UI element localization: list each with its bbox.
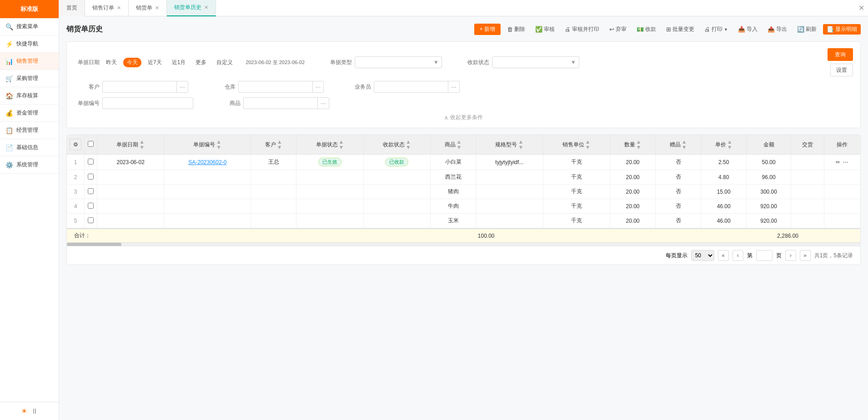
date-tag-yesterday[interactable]: 昨天 <box>102 58 120 67</box>
date-tag-today[interactable]: 今天 <box>123 58 141 67</box>
filter-customer-dots[interactable]: ··· <box>176 81 188 92</box>
delete-button[interactable]: 🗑 删除 <box>503 24 529 35</box>
col-pay-status[interactable]: 收款状态 ▲▼ <box>363 135 430 155</box>
sidebar-item-search-menu[interactable]: 🔍 搜索菜单 <box>0 18 59 35</box>
cell-docno[interactable]: SA-20230602-0 <box>164 155 251 170</box>
col-date[interactable]: 单据日期 ▲▼ <box>97 135 164 155</box>
row-checkbox[interactable] <box>88 174 94 180</box>
collapse-button[interactable]: ∧ 收起更多条件 <box>74 114 853 121</box>
page-number-input[interactable]: 1 <box>756 250 773 261</box>
sidebar-item-inventory[interactable]: 🏠 库存核算 <box>0 87 59 105</box>
query-button[interactable]: 查询 <box>828 48 853 61</box>
sort-qty[interactable]: 数量 ▲▼ <box>624 139 642 150</box>
settings-gear-icon[interactable]: ⚙ <box>70 139 81 150</box>
collect-button[interactable]: 💵 收款 <box>633 24 660 35</box>
sidebar-item-finance-mgmt[interactable]: 💰 资金管理 <box>0 105 59 122</box>
print-button[interactable]: 🖨 打印 ▼ <box>701 24 732 35</box>
abandon-button[interactable]: ↩ 弃审 <box>606 24 630 35</box>
filter-staff-input[interactable] <box>374 82 448 91</box>
select-all-checkbox[interactable] <box>88 141 94 147</box>
table-scrollbar[interactable] <box>67 242 860 246</box>
page-next-button[interactable]: › <box>785 250 796 261</box>
cell-docno[interactable] <box>164 170 251 185</box>
sort-unit[interactable]: 销售单位 ▲▼ <box>562 139 591 150</box>
sidebar-bottom-icon1[interactable]: ☀ <box>21 407 27 415</box>
filter-warehouse-dots[interactable]: ··· <box>312 81 324 92</box>
refresh-button[interactable]: 🔄 刷新 <box>793 24 820 35</box>
export-button[interactable]: 📤 导出 <box>764 24 791 35</box>
col-gift[interactable]: 赠品 ▲▼ <box>656 135 701 155</box>
filter-pay-status-dropdown-icon[interactable]: ▼ <box>568 59 579 65</box>
page-first-button[interactable]: « <box>718 250 729 261</box>
filter-warehouse-input[interactable] <box>239 82 312 91</box>
col-customer[interactable]: 客户 ▲▼ <box>251 135 296 155</box>
sort-customer[interactable]: 客户 ▲▼ <box>265 139 282 150</box>
sort-spec[interactable]: 规格型号 ▲▼ <box>495 139 523 150</box>
sidebar-item-basic-info[interactable]: 📄 基础信息 <box>0 139 59 156</box>
tab-sales-delivery-close[interactable]: ✕ <box>155 5 159 11</box>
batch-change-button[interactable]: ⊞ 批量变更 <box>662 24 698 35</box>
sort-price[interactable]: 单价 ▲▼ <box>715 139 733 150</box>
col-settings[interactable]: ⚙ <box>67 135 85 155</box>
cell-checkbox[interactable] <box>85 185 97 199</box>
date-tag-more[interactable]: 更多 <box>192 58 210 67</box>
cell-checkbox[interactable] <box>85 170 97 185</box>
date-tag-7days[interactable]: 近7天 <box>144 58 166 67</box>
col-goods[interactable]: 商品 ▲▼ <box>430 135 476 155</box>
col-price[interactable]: 单价 ▲▼ <box>701 135 747 155</box>
sidebar-item-ops-mgmt[interactable]: 📋 经营管理 <box>0 122 59 139</box>
row-checkbox[interactable] <box>88 188 94 194</box>
cell-docno[interactable] <box>164 185 251 199</box>
sort-goods[interactable]: 商品 ▲▼ <box>445 139 462 150</box>
page-prev-button[interactable]: ‹ <box>733 250 743 261</box>
sidebar-item-sys-mgmt[interactable]: ⚙️ 系统管理 <box>0 156 59 174</box>
tab-sales-delivery[interactable]: 销货单 ✕ <box>129 0 167 16</box>
col-qty[interactable]: 数量 ▲▼ <box>610 135 655 155</box>
row-checkbox[interactable] <box>88 159 94 165</box>
sort-doc-status[interactable]: 单据状态 ▲▼ <box>316 139 344 150</box>
cell-docno[interactable] <box>164 199 251 214</box>
sidebar-item-sales-mgmt[interactable]: 📊 销售管理 <box>0 53 59 70</box>
filter-goods-dots[interactable]: ··· <box>317 98 329 109</box>
doc-no-link[interactable]: SA-20230602-0 <box>188 159 226 165</box>
sidebar-item-purchase-mgmt[interactable]: 🛒 采购管理 <box>0 70 59 87</box>
row-checkbox[interactable] <box>88 203 94 209</box>
approve-print-button[interactable]: 🖨 审核并打印 <box>561 24 603 35</box>
sidebar-item-quick-nav[interactable]: ⚡ 快捷导航 <box>0 35 59 53</box>
row-checkbox[interactable] <box>88 217 94 223</box>
cell-checkbox[interactable] <box>85 155 97 170</box>
show-detail-button[interactable]: 📑 显示明细 <box>823 24 861 35</box>
page-last-button[interactable]: » <box>800 250 811 261</box>
sort-gift[interactable]: 赠品 ▲▼ <box>670 139 687 150</box>
sidebar-bottom-icon2[interactable]: ⏸ <box>31 407 38 415</box>
col-checkbox[interactable] <box>85 135 97 155</box>
filter-pay-status-input[interactable] <box>492 59 568 65</box>
date-tag-custom[interactable]: 自定义 <box>213 58 236 67</box>
cell-checkbox[interactable] <box>85 214 97 228</box>
tab-sales-history[interactable]: 销货单历史 ✕ <box>167 0 216 16</box>
cell-docno[interactable] <box>164 214 251 228</box>
tab-sales-order-close[interactable]: ✕ <box>117 5 121 11</box>
col-docno[interactable]: 单据编号 ▲▼ <box>164 135 251 155</box>
import-button[interactable]: 📥 导入 <box>734 24 761 35</box>
cell-checkbox[interactable] <box>85 199 97 214</box>
add-button[interactable]: + 新增 <box>474 24 501 35</box>
sort-docno[interactable]: 单据编号 ▲▼ <box>193 139 221 150</box>
col-unit[interactable]: 销售单位 ▲▼ <box>543 135 610 155</box>
tab-sales-history-close[interactable]: ✕ <box>204 5 208 10</box>
tab-home[interactable]: 首页 <box>59 0 85 16</box>
date-tag-1month[interactable]: 近1月 <box>168 58 190 67</box>
col-spec[interactable]: 规格型号 ▲▼ <box>476 135 543 155</box>
page-size-select[interactable]: 50 100 200 <box>691 250 714 261</box>
approve-button[interactable]: ✅ 审核 <box>532 24 558 35</box>
action-more-icon[interactable]: ⋯ <box>843 159 848 165</box>
filter-staff-dots[interactable]: ··· <box>448 81 459 92</box>
col-doc-status[interactable]: 单据状态 ▲▼ <box>296 135 363 155</box>
filter-customer-input[interactable] <box>103 82 176 91</box>
filter-goods-input[interactable] <box>244 99 317 108</box>
tab-sales-order[interactable]: 销售订单 ✕ <box>85 0 129 16</box>
sort-pay-status[interactable]: 收款状态 ▲▼ <box>383 139 411 150</box>
filter-type-input[interactable] <box>355 59 431 65</box>
sort-date[interactable]: 单据日期 ▲▼ <box>116 139 145 150</box>
tab-bar-close-all[interactable]: ✕ <box>858 4 868 12</box>
